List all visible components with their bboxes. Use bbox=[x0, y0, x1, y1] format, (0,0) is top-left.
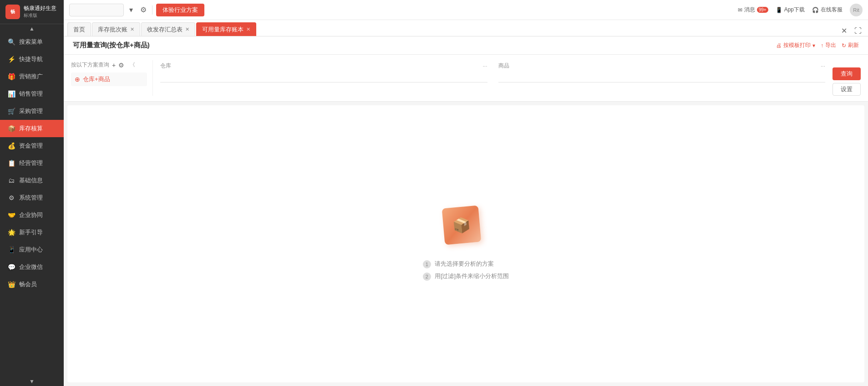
sidebar-item-purchase[interactable]: 🛒 采购管理 bbox=[0, 103, 64, 120]
dropdown-btn[interactable]: ▾ bbox=[127, 4, 135, 16]
sidebar-item-sales[interactable]: 📊 销售管理 bbox=[0, 85, 64, 103]
empty-hints: 1 请先选择要分析的方案 2 用[过滤]条件来缩小分析范围 bbox=[423, 260, 509, 281]
product-more-btn[interactable]: ··· bbox=[821, 63, 825, 69]
sidebar-item-quicknav[interactable]: ⚡ 快捷导航 bbox=[0, 51, 64, 68]
customer-service-label: 在线客服 bbox=[821, 6, 843, 14]
sidebar-item-label: 企业协同 bbox=[19, 211, 43, 219]
sidebar-item-label: 搜索菜单 bbox=[19, 38, 43, 46]
page-header: 可用量查询(按仓库+商品) 🖨 按模板打印 ▾ ↑ 导出 ↻ 刷新 bbox=[64, 36, 868, 55]
sidebar-item-label: 经营管理 bbox=[19, 159, 43, 167]
tab-batch-accounts[interactable]: 库存批次账 ✕ bbox=[92, 22, 140, 36]
refresh-label: 刷新 bbox=[848, 41, 859, 49]
sidebar-item-inventory[interactable]: 📦 库存核算 bbox=[0, 120, 64, 137]
customer-service-btn[interactable]: 🎧 在线客服 bbox=[812, 6, 843, 14]
box-icon: 📦 bbox=[7, 124, 15, 133]
tab-close-btn[interactable]: ✕ bbox=[185, 26, 189, 32]
refresh-button[interactable]: ↻ 刷新 bbox=[842, 41, 859, 49]
sidebar-scroll-down[interactable]: ▼ bbox=[0, 377, 64, 386]
sidebar-scroll-up[interactable]: ▲ bbox=[0, 24, 64, 33]
sidebar: 畅 畅康通好生意 标准版 ▲ 🔍 搜索菜单 ⚡ 快捷导航 🎁 营销推广 📊 销售… bbox=[0, 0, 64, 386]
sidebar-item-search[interactable]: 🔍 搜索菜单 bbox=[0, 33, 64, 51]
sidebar-item-label: 应用中心 bbox=[19, 246, 43, 254]
tab-close-btn[interactable]: ✕ bbox=[246, 26, 250, 32]
tab-close-btn[interactable]: ✕ bbox=[130, 26, 134, 32]
refresh-icon: ↻ bbox=[842, 42, 846, 49]
lightning-icon: ⚡ bbox=[7, 55, 15, 63]
query-button[interactable]: 查询 bbox=[832, 67, 861, 80]
sidebar-item-newbie[interactable]: 🌟 新手引导 bbox=[0, 224, 64, 241]
message-icon: ✉ bbox=[738, 7, 742, 13]
scheme-icon: ⊕ bbox=[75, 76, 80, 83]
sidebar-header: 畅 畅康通好生意 标准版 bbox=[0, 0, 64, 24]
sidebar-item-basic[interactable]: 🗂 基础信息 bbox=[0, 172, 64, 189]
sidebar-item-system[interactable]: ⚙ 系统管理 bbox=[0, 189, 64, 206]
sidebar-item-apps[interactable]: 📱 应用中心 bbox=[0, 241, 64, 258]
empty-hint-1: 1 请先选择要分析的方案 bbox=[423, 260, 509, 268]
print-button[interactable]: 🖨 按模板打印 ▾ bbox=[776, 41, 815, 49]
sidebar-item-wechat[interactable]: 💬 企业微信 bbox=[0, 258, 64, 276]
sidebar-item-operations[interactable]: 📋 经营管理 bbox=[0, 154, 64, 172]
sidebar-item-label: 畅会员 bbox=[19, 280, 37, 288]
filter-actions: 查询 设置 bbox=[832, 60, 861, 96]
filter-scheme-item[interactable]: ⊕ 仓库+商品 bbox=[71, 72, 147, 86]
page-header-actions: 🖨 按模板打印 ▾ ↑ 导出 ↻ 刷新 bbox=[776, 41, 859, 49]
app-download-btn[interactable]: 📱 App下载 bbox=[776, 6, 805, 14]
filter-settings-button[interactable]: 设置 bbox=[832, 83, 861, 96]
sidebar-item-label: 营销推广 bbox=[19, 72, 43, 81]
user-profile-btn[interactable]: Rit bbox=[850, 4, 863, 16]
export-icon: ↑ bbox=[821, 42, 823, 49]
sidebar-app-title: 畅康通好生意 bbox=[24, 5, 56, 12]
tab-label: 库存批次账 bbox=[98, 26, 127, 34]
product-label: 商品 bbox=[498, 62, 509, 70]
add-scheme-btn[interactable]: + bbox=[112, 62, 116, 69]
print-label: 按模板打印 bbox=[783, 41, 811, 49]
hint-text-1: 请先选择要分析的方案 bbox=[435, 260, 494, 268]
star-icon: 🌟 bbox=[7, 228, 15, 237]
sidebar-item-label: 快捷导航 bbox=[19, 55, 43, 63]
warehouse-more-btn[interactable]: ··· bbox=[482, 63, 487, 69]
main-content: ▾ ⚙ 体验行业方案 ✉ 消息 99+ 📱 App下载 🎧 在线客服 Rit bbox=[64, 0, 868, 386]
gear-icon: ⚙ bbox=[7, 194, 15, 202]
export-label: 导出 bbox=[825, 41, 836, 49]
sidebar-item-label: 采购管理 bbox=[19, 107, 43, 115]
manage-scheme-btn[interactable]: ⚙ bbox=[118, 62, 124, 69]
sidebar-item-finance[interactable]: 💰 资金管理 bbox=[0, 137, 64, 154]
search-input[interactable] bbox=[69, 4, 124, 16]
tab-close-all-btn[interactable]: ✕ bbox=[838, 26, 850, 36]
sidebar-item-marketing[interactable]: 🎁 营销推广 bbox=[0, 68, 64, 85]
filter-scheme-panel: 按以下方案查询 + ⚙ 《 ⊕ 仓库+商品 bbox=[71, 60, 153, 96]
chart-icon: 📊 bbox=[7, 90, 15, 98]
export-button[interactable]: ↑ 导出 bbox=[821, 41, 836, 49]
tab-expand-btn[interactable]: ⛶ bbox=[852, 26, 864, 36]
tab-receipt-summary[interactable]: 收发存汇总表 ✕ bbox=[141, 22, 195, 36]
message-btn[interactable]: ✉ 消息 99+ bbox=[738, 6, 768, 14]
app-download-label: App下载 bbox=[784, 6, 805, 14]
product-input[interactable] bbox=[498, 72, 826, 82]
collapse-scheme-btn[interactable]: 《 bbox=[127, 60, 138, 70]
tab-available-qty[interactable]: 可用量库存账本 ✕ bbox=[196, 22, 256, 36]
sidebar-logo: 畅 bbox=[5, 5, 20, 19]
industry-solution-button[interactable]: 体验行业方案 bbox=[156, 4, 204, 16]
sidebar-item-enterprise[interactable]: 🤝 企业协同 bbox=[0, 206, 64, 224]
sidebar-item-label: 资金管理 bbox=[19, 142, 43, 150]
crown-icon: 👑 bbox=[7, 280, 15, 288]
sidebar-item-member[interactable]: 👑 畅会员 bbox=[0, 276, 64, 293]
filter-product-field: 商品 ··· bbox=[498, 62, 826, 82]
folder-icon: 🗂 bbox=[7, 176, 15, 185]
tab-label: 收发存汇总表 bbox=[147, 26, 183, 34]
warehouse-input[interactable] bbox=[160, 72, 487, 82]
filter-area: 按以下方案查询 + ⚙ 《 ⊕ 仓库+商品 仓库 ··· bbox=[64, 55, 868, 102]
dropdown-icon: ▾ bbox=[812, 42, 815, 49]
settings-icon-btn[interactable]: ⚙ bbox=[138, 4, 148, 16]
money-icon: 💰 bbox=[7, 142, 15, 150]
tab-label: 首页 bbox=[73, 26, 85, 34]
filter-fields: 仓库 ··· 商品 ··· bbox=[160, 60, 825, 96]
hint-number-1: 1 bbox=[423, 260, 431, 268]
topbar-divider bbox=[152, 5, 152, 15]
message-label: 消息 bbox=[744, 6, 755, 14]
gift-icon: 🎁 bbox=[7, 72, 15, 81]
hint-number-2: 2 bbox=[423, 273, 431, 281]
user-initials: Rit bbox=[853, 7, 859, 13]
tab-home[interactable]: 首页 bbox=[67, 22, 91, 36]
tabs-right-buttons: ✕ ⛶ bbox=[838, 26, 864, 36]
